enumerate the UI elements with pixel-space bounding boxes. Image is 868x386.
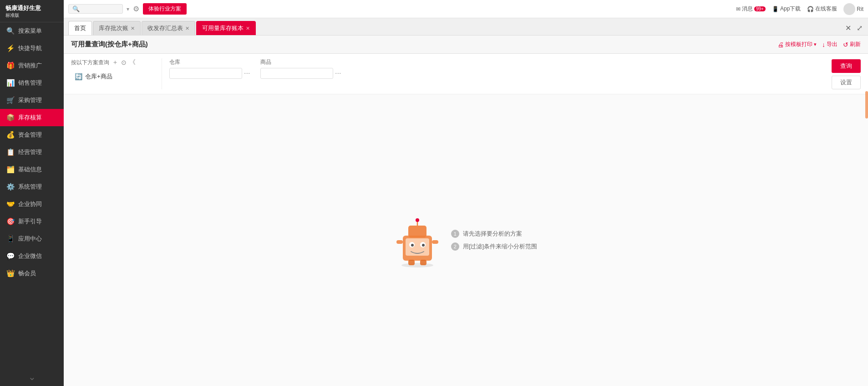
sidebar-item-label: 企业微信 [18, 252, 42, 260]
filter-warehouse-label: 仓库 [169, 58, 251, 66]
main-area: 🔍 ▾ ⚙ 体验行业方案 ✉ 消息 99+ 📱 App下载 🎧 在线客服 Rit [64, 0, 868, 386]
system-icon: ⚙️ [6, 183, 15, 191]
right-scrollbar-indicator[interactable] [865, 91, 868, 118]
operations-icon: 📋 [6, 148, 15, 156]
message-item[interactable]: ✉ 消息 99+ [736, 5, 766, 13]
filter-goods-input[interactable] [260, 68, 333, 79]
sidebar-item-label: 畅会员 [18, 269, 36, 278]
tab-expand-button[interactable]: ⤢ [855, 23, 864, 33]
print-chevron-icon[interactable]: ▾ [814, 41, 817, 47]
sidebar-item-operations[interactable]: 📋经营管理 [0, 144, 64, 161]
export-action[interactable]: ↓ 导出 [822, 41, 838, 48]
purchase-icon: 🛒 [6, 96, 15, 104]
sidebar-item-wechat[interactable]: 💬企业微信 [0, 247, 64, 265]
topbar-right: ✉ 消息 99+ 📱 App下载 🎧 在线客服 Rit [736, 3, 863, 15]
filter-goods-label: 商品 [260, 58, 342, 66]
page-header-actions: 🖨 按模板打印 ▾ ↓ 导出 ↺ 刷新 [777, 41, 861, 48]
sidebar-item-label: 系统管理 [18, 183, 42, 191]
apps-icon: 📱 [6, 235, 15, 243]
wechat-icon: 💬 [6, 252, 15, 260]
warehouse-goods-icon: 🔄 [75, 73, 82, 80]
svg-point-9 [416, 218, 419, 222]
tab-summary-close[interactable]: ✕ [185, 26, 189, 31]
sidebar-scroll-down[interactable]: ⌄ [0, 368, 64, 386]
svg-rect-7 [408, 226, 426, 237]
sidebar-item-sales[interactable]: 📊销售管理 [0, 74, 64, 92]
app-download-item[interactable]: 📱 App下载 [772, 5, 801, 13]
filter-collapse-icon[interactable]: 《 [129, 58, 136, 67]
svg-rect-10 [396, 240, 403, 244]
empty-tips: 1 请先选择要分析的方案 2 用[过滤]条件来缩小分析范围 [451, 230, 537, 251]
topbar-gear-icon[interactable]: ⚙ [133, 5, 139, 13]
avatar [843, 3, 855, 15]
sidebar-item-apps[interactable]: 📱应用中心 [0, 230, 64, 247]
sidebar-header: 畅康通好生意 标准版 [0, 0, 64, 22]
sidebar-item-label: 基础信息 [18, 165, 42, 174]
filter-goods-input-row: ··· [260, 68, 342, 79]
filter-area: 按以下方案查询 ＋ ⊙ 《 🔄 仓库+商品 仓库 ··· [64, 54, 868, 94]
tab-available[interactable]: 可用量库存账本 ✕ [196, 21, 256, 35]
newbie-icon: 🎯 [6, 217, 15, 226]
sidebar-item-label: 新手引导 [18, 217, 42, 226]
sidebar-item-label: 企业协同 [18, 200, 42, 208]
sidebar-item-label: 搜索菜单 [18, 27, 42, 35]
refresh-action[interactable]: ↺ 刷新 [843, 41, 861, 48]
tab-batch[interactable]: 库存批次账 ✕ [93, 21, 141, 35]
topbar-search-input[interactable] [81, 6, 118, 12]
tip-number-1: 1 [451, 230, 459, 238]
sidebar-item-label: 快捷导航 [18, 44, 42, 52]
filter-option-warehouse-goods[interactable]: 🔄 仓库+商品 [71, 70, 156, 83]
filter-section-label: 按以下方案查询 ＋ ⊙ 《 [71, 58, 156, 67]
sidebar-item-basic[interactable]: 🗂️基础信息 [0, 161, 64, 178]
sidebar-item-quick-nav[interactable]: ⚡快捷导航 [0, 40, 64, 57]
sidebar-item-marketing[interactable]: 🎁营销推广 [0, 57, 64, 74]
online-service-item[interactable]: 🎧 在线客服 [807, 5, 837, 13]
empty-robot-illustration [395, 217, 440, 263]
industry-solution-button[interactable]: 体验行业方案 [143, 3, 187, 15]
filter-right-panel: 仓库 ··· 商品 ··· 查询 设置 [162, 58, 861, 89]
sidebar-item-purchase[interactable]: 🛒采购管理 [0, 92, 64, 109]
export-icon: ↓ [822, 41, 825, 48]
filter-goods-dots[interactable]: ··· [335, 69, 341, 77]
filter-goods-field: 商品 ··· [260, 58, 342, 79]
svg-point-5 [411, 244, 414, 247]
settings-button[interactable]: 设置 [832, 76, 861, 89]
sidebar-item-corp[interactable]: 🤝企业协同 [0, 196, 64, 213]
sidebar-item-inventory[interactable]: 📦库存核算 [0, 109, 64, 126]
sidebar-item-label: 经营管理 [18, 148, 42, 156]
topbar-search-box: 🔍 [68, 4, 123, 14]
user-profile[interactable]: Rit [843, 3, 863, 15]
filter-warehouse-input[interactable] [169, 68, 242, 79]
sidebar-item-search[interactable]: 🔍搜索菜单 [0, 22, 64, 40]
brand-name: 畅康通好生意 标准版 [5, 5, 58, 18]
sidebar-item-newbie[interactable]: 🎯新手引导 [0, 213, 64, 230]
query-button[interactable]: 查询 [832, 59, 861, 73]
sidebar-item-finance[interactable]: 💰资金管理 [0, 126, 64, 144]
search-icon: 🔍 [6, 27, 15, 35]
topbar-chevron-icon[interactable]: ▾ [127, 6, 129, 12]
sidebar-item-label: 库存核算 [18, 113, 42, 122]
filter-warehouse-dots[interactable]: ··· [244, 69, 250, 77]
message-icon: ✉ [736, 6, 741, 12]
tab-batch-close[interactable]: ✕ [131, 26, 135, 31]
tab-available-close[interactable]: ✕ [246, 26, 250, 31]
home-tab-label: 首页 [74, 24, 86, 32]
filter-settings-icon[interactable]: ⊙ [121, 59, 127, 66]
tabbar: 首页 库存批次账 ✕ 收发存汇总表 ✕ 可用量库存账本 ✕ ✕ ⤢ [64, 18, 868, 36]
filter-add-icon[interactable]: ＋ [112, 58, 118, 67]
marketing-icon: 🎁 [6, 62, 15, 70]
tip-number-2: 2 [451, 242, 459, 251]
batch-tab-label: 库存批次账 [99, 24, 128, 32]
filter-warehouse-input-row: ··· [169, 68, 251, 79]
finance-icon: 💰 [6, 131, 15, 139]
tab-home[interactable]: 首页 [68, 21, 92, 35]
phone-icon: 📱 [772, 6, 779, 12]
sidebar-item-label: 应用中心 [18, 235, 42, 243]
sidebar-item-label: 资金管理 [18, 131, 42, 139]
print-action[interactable]: 🖨 按模板打印 ▾ [777, 41, 817, 48]
empty-state: 1 请先选择要分析的方案 2 用[过滤]条件来缩小分析范围 [64, 94, 868, 386]
sidebar-item-member[interactable]: 👑畅会员 [0, 265, 64, 282]
tab-close-button[interactable]: ✕ [843, 23, 853, 33]
sidebar-item-system[interactable]: ⚙️系统管理 [0, 178, 64, 196]
tab-summary[interactable]: 收发存汇总表 ✕ [142, 21, 195, 35]
